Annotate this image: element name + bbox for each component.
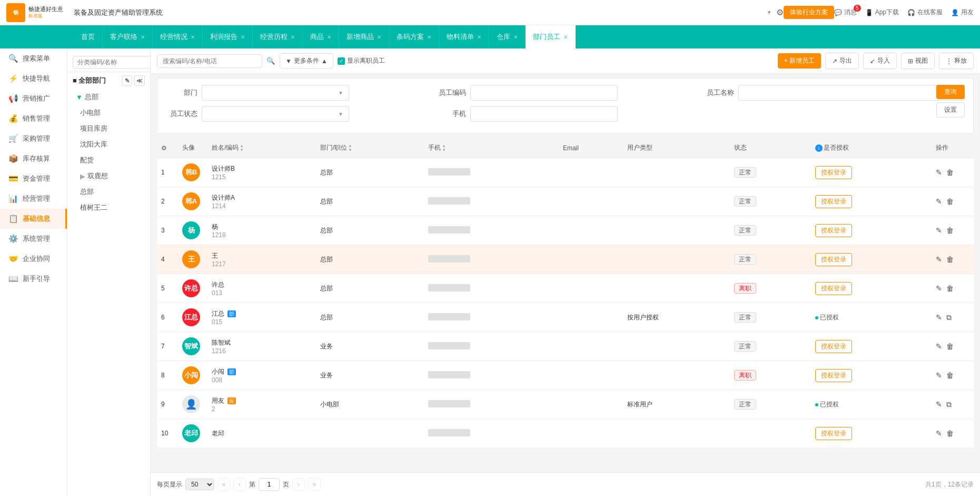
copy-icon[interactable]: ⧉ [946, 400, 952, 409]
delete-icon[interactable]: 🗑 [946, 226, 954, 235]
sidebar-item-marketing[interactable]: 📢 营销推广 [0, 89, 67, 109]
nav-item-barcode[interactable]: 条码方案 ✕ [389, 25, 439, 48]
close-icon[interactable]: ✕ [477, 34, 481, 40]
col-phone[interactable]: 手机 ▲▼ [424, 138, 559, 158]
auth-login-button[interactable]: 授权登录 [815, 166, 852, 179]
dept-edit-btn[interactable]: ✎ [122, 75, 132, 86]
user-menu-button[interactable]: 👤 用友 [951, 8, 974, 17]
sidebar-item-inventory[interactable]: 📦 库存核算 [0, 149, 67, 169]
more-actions-button[interactable]: ⋮ 释放 [939, 53, 974, 69]
import-button[interactable]: ↙ 导入 [863, 53, 897, 69]
show-resigned-toggle[interactable]: ✓ 显示离职员工 [338, 56, 385, 65]
delete-icon[interactable]: 🗑 [946, 197, 954, 206]
first-page-button[interactable]: « [217, 478, 230, 491]
try-button[interactable]: 体验行业方案 [784, 6, 834, 19]
empcode-filter-input[interactable] [470, 85, 618, 101]
dept-item-shenyang[interactable]: 沈阳大库 [67, 137, 150, 152]
edit-icon[interactable]: ✎ [936, 313, 942, 322]
delete-icon[interactable]: 🗑 [946, 429, 954, 437]
dept-item-project-store[interactable]: 项目库房 [67, 121, 150, 137]
dept-item-small-elec[interactable]: 小电部 [67, 105, 150, 121]
nav-item-customer[interactable]: 客户联络 ✕ [103, 25, 153, 48]
nav-item-dept-staff[interactable]: 部门员工 ✕ [526, 25, 576, 48]
nav-item-history[interactable]: 经营历程 ✕ [253, 25, 303, 48]
delete-icon[interactable]: 🗑 [946, 342, 954, 351]
gear-icon[interactable]: ⚙ [776, 7, 784, 17]
close-icon[interactable]: ✕ [377, 34, 381, 40]
sidebar-item-basic-info[interactable]: 📋 基础信息 [0, 209, 67, 229]
edit-icon[interactable]: ✎ [936, 342, 942, 351]
edit-icon[interactable]: ✎ [936, 429, 942, 437]
sidebar-item-operations[interactable]: 📊 经营管理 [0, 189, 67, 209]
auth-login-button[interactable]: 授权登录 [815, 253, 852, 266]
edit-icon[interactable]: ✎ [936, 400, 942, 409]
dept-item-shuanglu[interactable]: ▶ 双鹿想 [67, 168, 150, 184]
col-name[interactable]: 姓名/编码 ▲▼ [207, 138, 316, 158]
phone-filter-input[interactable] [470, 106, 618, 122]
edit-icon[interactable]: ✎ [936, 284, 942, 293]
search-input[interactable] [157, 54, 262, 68]
page-number-input[interactable] [259, 478, 280, 491]
sidebar-item-finance[interactable]: 💳 资金管理 [0, 169, 67, 189]
edit-icon[interactable]: ✎ [936, 226, 942, 235]
delete-icon[interactable]: 🗑 [946, 255, 954, 264]
dept-item-head[interactable]: ▼ 总部 [67, 89, 150, 105]
close-icon[interactable]: ✕ [513, 34, 518, 40]
edit-icon[interactable]: ✎ [936, 371, 942, 380]
sidebar-item-purchase[interactable]: 🛒 采购管理 [0, 129, 67, 149]
search-button[interactable]: 🔍 [266, 57, 275, 65]
auth-login-button[interactable]: 授权登录 [815, 340, 852, 353]
system-dropdown-arrow[interactable]: ▼ [767, 9, 772, 15]
dept-item-head2[interactable]: 总部 [67, 184, 150, 200]
sidebar-item-system[interactable]: ⚙️ 系统管理 [0, 229, 67, 249]
nav-item-profit[interactable]: 利润报告 ✕ [203, 25, 253, 48]
online-service-button[interactable]: 🎧 在线客服 [907, 8, 943, 17]
empstatus-filter-select[interactable]: ▼ [202, 106, 349, 122]
search-filter-button[interactable]: 查询 [936, 85, 965, 99]
export-button[interactable]: ↗ 导出 [825, 53, 859, 69]
sidebar-item-corp[interactable]: 🤝 企业协同 [0, 249, 67, 269]
close-icon[interactable]: ✕ [291, 34, 295, 40]
auth-login-button[interactable]: 授权登录 [815, 224, 852, 237]
auth-login-button[interactable]: 授权登录 [815, 282, 852, 295]
auth-login-button[interactable]: 授权登录 [815, 195, 852, 208]
nav-item-operation[interactable]: 经营情况 ✕ [153, 25, 203, 48]
delete-icon[interactable]: 🗑 [946, 371, 954, 380]
set-filter-button[interactable]: 设置 [936, 102, 965, 118]
nav-item-add-goods[interactable]: 新增商品 ✕ [339, 25, 389, 48]
edit-icon[interactable]: ✎ [936, 168, 942, 177]
dept-search-input[interactable] [73, 56, 151, 69]
close-icon[interactable]: ✕ [563, 34, 568, 40]
nav-item-materials[interactable]: 物料清单 ✕ [439, 25, 489, 48]
app-download-button[interactable]: 📱 App下载 [865, 8, 899, 17]
empname-filter-input[interactable] [738, 85, 965, 101]
edit-icon[interactable]: ✎ [936, 255, 942, 264]
prev-page-button[interactable]: ‹ [233, 478, 246, 491]
message-button[interactable]: 💬 消息 5 [834, 8, 857, 17]
add-employee-button[interactable]: + 新增员工 [778, 53, 821, 69]
sidebar-item-search[interactable]: 🔍 搜索菜单 [0, 48, 67, 69]
more-filters-button[interactable]: ▼ 更多条件 ▲ [280, 53, 333, 69]
sidebar-item-guide[interactable]: 📖 新手引导 [0, 269, 67, 289]
last-page-button[interactable]: » [308, 478, 321, 491]
edit-icon[interactable]: ✎ [936, 197, 942, 206]
dept-item-planting[interactable]: 植树王二 [67, 200, 150, 216]
close-icon[interactable]: ✕ [427, 34, 431, 40]
col-dept[interactable]: 部门/职位 ▲▼ [316, 138, 424, 158]
copy-icon[interactable]: ⧉ [946, 313, 952, 322]
sidebar-item-quick-nav[interactable]: ⚡ 快捷导航 [0, 69, 67, 89]
sidebar-item-sales[interactable]: 💰 销售管理 [0, 109, 67, 129]
close-icon[interactable]: ✕ [141, 34, 145, 40]
close-icon[interactable]: ✕ [327, 34, 331, 40]
nav-item-home[interactable]: 首页 [74, 25, 103, 48]
page-size-select[interactable]: 50 100 200 [185, 479, 214, 490]
dept-filter-select[interactable]: ▼ [202, 85, 349, 101]
close-icon[interactable]: ✕ [191, 34, 195, 40]
nav-item-goods[interactable]: 商品 ✕ [303, 25, 339, 48]
nav-item-warehouse[interactable]: 仓库 ✕ [489, 25, 526, 48]
delete-icon[interactable]: 🗑 [946, 168, 954, 177]
auth-login-button[interactable]: 授权登录 [815, 427, 852, 440]
dept-item-distribution[interactable]: 配货 [67, 152, 150, 168]
auth-login-button[interactable]: 授权登录 [815, 369, 852, 382]
next-page-button[interactable]: › [292, 478, 305, 491]
